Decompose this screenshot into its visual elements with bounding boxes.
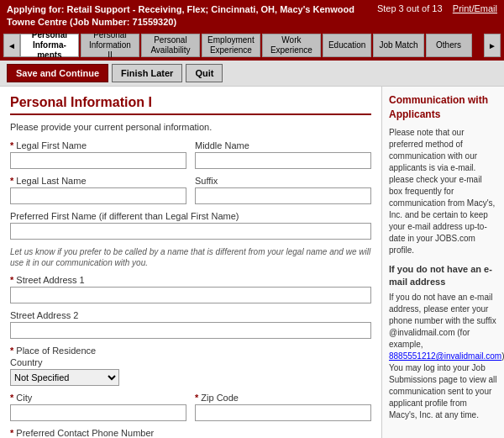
city-zip-row: * City * Zip Code — [10, 393, 371, 428]
street-address-2-group: Street Address 2 — [10, 310, 371, 339]
zip-code-input[interactable] — [195, 404, 371, 421]
required-star-6: * — [195, 393, 198, 403]
city-group: * City — [10, 393, 186, 421]
tab-personal-info-2[interactable]: Personal Information II — [81, 34, 139, 57]
tab-personal-availability[interactable]: Personal Availability — [141, 34, 200, 57]
city-label: * City — [10, 393, 186, 403]
tab-other[interactable]: Others — [426, 34, 472, 57]
example-email-link[interactable]: 8885551212@invalidmail.com — [389, 351, 501, 361]
sidebar: Communication with Applicants Please not… — [382, 87, 504, 438]
nav-tabs-container: ◄ Personal Informa-ments Personal Inform… — [0, 34, 504, 61]
legal-last-name-group: * Legal Last Name — [10, 176, 186, 204]
legal-first-name-label: * Legal First Name — [10, 140, 186, 150]
preferred-first-name-group: Preferred First Name (if different than … — [10, 211, 371, 240]
name-row-1: * Legal First Name Middle Name — [10, 140, 371, 176]
preferred-first-name-label: Preferred First Name (if different than … — [10, 211, 371, 221]
required-star-4: * — [10, 346, 13, 356]
finish-later-button[interactable]: Finish Later — [112, 64, 182, 82]
place-of-residence-group: * Place of Residence Country Not Specifi… — [10, 346, 371, 386]
phone-group: * Preferred Contact Phone Number Not Spe… — [10, 428, 371, 438]
preferred-helper-text: Let us know if you prefer to be called b… — [10, 246, 371, 268]
tab-employment-experience[interactable]: Employment Experience — [202, 34, 260, 57]
required-star-1: * — [10, 140, 13, 150]
street-address-2-input[interactable] — [10, 322, 371, 339]
legal-last-name-input[interactable] — [10, 187, 186, 204]
sidebar-body2: If you do not have an e-mail address, pl… — [389, 292, 497, 421]
required-star-7: * — [10, 428, 13, 438]
required-star-5: * — [10, 393, 13, 403]
form-section: Personal Information I Please provide yo… — [0, 87, 382, 438]
suffix-input[interactable] — [195, 187, 371, 204]
zip-code-label: * Zip Code — [195, 393, 371, 403]
middle-name-label: Middle Name — [195, 140, 371, 150]
print-email-link[interactable]: Print/Email — [453, 3, 497, 13]
save-continue-button[interactable]: Save and Continue — [7, 64, 108, 82]
required-star-2: * — [10, 176, 13, 186]
step-info: Step 3 out of 13 Print/Email — [377, 3, 497, 13]
preferred-first-name-input[interactable] — [10, 223, 371, 240]
middle-name-group: Middle Name — [195, 140, 371, 169]
phone-label: * Preferred Contact Phone Number — [10, 428, 371, 438]
suffix-label: Suffix — [195, 176, 371, 186]
page-title: Personal Information I — [10, 95, 371, 115]
tab-personal-info-1[interactable]: Personal Informa-ments — [20, 34, 79, 57]
sidebar-body1: Please note that our preferred method of… — [389, 127, 497, 256]
nav-tabs: Personal Informa-ments Personal Informat… — [20, 34, 484, 57]
middle-name-input[interactable] — [195, 152, 371, 169]
tab-education[interactable]: Education — [323, 34, 371, 57]
sidebar-subtitle: If you do not have an e-mail address — [389, 263, 497, 289]
zip-code-group: * Zip Code — [195, 393, 371, 421]
nav-next-button[interactable]: ► — [484, 34, 501, 57]
street-address-1-group: * Street Address 1 — [10, 275, 371, 303]
tab-job-match[interactable]: Job Match — [373, 34, 423, 57]
country-select[interactable]: Not Specified — [10, 369, 119, 386]
sidebar-title: Communication with Applicants — [389, 93, 497, 122]
required-star-3: * — [10, 275, 13, 285]
applying-for-text: Applying for: Retail Support - Receiving… — [7, 3, 377, 29]
street-address-1-label: * Street Address 1 — [10, 275, 371, 285]
country-label: Country — [10, 357, 371, 367]
legal-first-name-group: * Legal First Name — [10, 140, 186, 169]
place-of-residence-label: * Place of Residence — [10, 346, 371, 356]
street-address-1-input[interactable] — [10, 287, 371, 303]
city-input[interactable] — [10, 404, 186, 421]
street-address-2-label: Street Address 2 — [10, 310, 371, 320]
quit-button[interactable]: Quit — [186, 64, 223, 82]
nav-prev-button[interactable]: ◄ — [3, 34, 20, 57]
header: Applying for: Retail Support - Receiving… — [0, 0, 504, 34]
name-row-2: * Legal Last Name Suffix — [10, 176, 371, 211]
suffix-group: Suffix — [195, 176, 371, 204]
main-content: Personal Information I Please provide yo… — [0, 87, 504, 438]
tab-work-experience[interactable]: Work Experience — [262, 34, 321, 57]
action-bar: Save and Continue Finish Later Quit — [0, 61, 504, 87]
form-intro: Please provide your current personal inf… — [10, 122, 371, 132]
legal-first-name-input[interactable] — [10, 152, 186, 169]
legal-last-name-label: * Legal Last Name — [10, 176, 186, 186]
